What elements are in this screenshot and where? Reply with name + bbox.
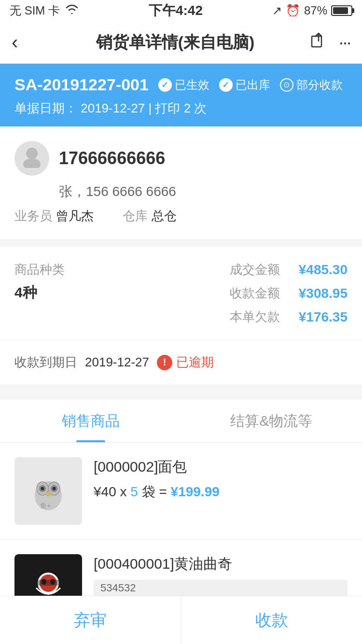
tab-sales-products[interactable]: 销售商品 xyxy=(0,400,181,442)
carrier-text: 无 SIM 卡 xyxy=(10,3,60,18)
battery-icon xyxy=(331,5,352,16)
summary-right: 成交金额 ¥485.30 收款金额 ¥308.95 本单欠款 ¥176.35 xyxy=(230,261,348,325)
status-indicators: ↗ ⏰ 87% xyxy=(272,4,352,17)
product-info-1: [0000002]面包 ¥40 x 5 袋 = ¥199.99 xyxy=(94,457,348,525)
share-icon[interactable] xyxy=(310,31,327,53)
status-effective: ✓ 已生效 xyxy=(158,77,209,93)
status-partial: ⊙ 部分收款 xyxy=(280,77,343,93)
overdue-badge: ! 已逾期 xyxy=(157,354,214,371)
svg-point-8 xyxy=(41,487,44,490)
warehouse: 仓库 总仓 xyxy=(123,208,177,224)
sales-rep: 业务员 曾凡杰 xyxy=(14,208,94,224)
customer-meta: 业务员 曾凡杰 仓库 总仓 xyxy=(14,208,348,224)
svg-point-2 xyxy=(23,158,41,168)
more-icon[interactable]: ··· xyxy=(339,32,350,53)
divider-2 xyxy=(0,384,362,392)
due-date-section: 收款到期日 2019-12-27 ! 已逾期 xyxy=(0,340,362,384)
nav-actions: ··· xyxy=(310,31,350,53)
overdue-icon: ! xyxy=(157,355,172,370)
wifi-icon xyxy=(65,4,79,17)
back-button[interactable]: ‹ xyxy=(12,31,41,53)
status-time: 下午4:42 xyxy=(149,1,203,20)
nav-bar: ‹ 销货单详情(来自电脑) ··· xyxy=(0,21,362,64)
alarm-icon: ⏰ xyxy=(286,4,300,17)
tabs-header: 销售商品 结算&物流等 xyxy=(0,400,362,443)
deal-amount-row: 成交金额 ¥485.30 xyxy=(230,261,348,278)
product-tag-2: 534532 xyxy=(94,580,348,596)
product-image-1: 鱼+ xyxy=(14,457,82,525)
product-price-1: ¥40 x 5 袋 = ¥199.99 xyxy=(94,483,348,501)
collected-amount-row: 收款金额 ¥308.95 xyxy=(230,285,348,302)
avatar-icon xyxy=(20,144,44,173)
svg-point-9 xyxy=(53,487,56,490)
overdue-text: 已逾期 xyxy=(176,354,214,371)
customer-section: 17666666666 张，156 6666 6666 业务员 曾凡杰 仓库 总… xyxy=(0,126,362,239)
abandon-review-button[interactable]: 弃审 xyxy=(0,596,181,644)
summary-left: 商品种类 4种 xyxy=(14,261,65,303)
tab-settlement[interactable]: 结算&物流等 xyxy=(181,400,362,442)
svg-point-10 xyxy=(45,492,51,496)
list-item: 鱼+ [0000002]面包 ¥40 x 5 袋 = ¥199.99 xyxy=(0,443,362,540)
location-icon: ↗ xyxy=(272,4,282,17)
status-carrier: 无 SIM 卡 xyxy=(10,3,79,18)
owed-amount-row: 本单欠款 ¥176.35 xyxy=(230,308,348,325)
svg-rect-0 xyxy=(312,36,321,47)
svg-text:鱼+: 鱼+ xyxy=(40,502,51,509)
order-id: SA-20191227-001 xyxy=(14,75,149,94)
order-date-row: 单据日期： 2019-12-27 | 打印 2 次 xyxy=(14,100,348,117)
battery-text: 87% xyxy=(304,4,327,17)
status-shipped: ✓ 已出库 xyxy=(219,77,270,93)
customer-avatar xyxy=(14,141,49,176)
order-banner: SA-20191227-001 ✓ 已生效 ✓ 已出库 ⊙ 部分收款 单据日期：… xyxy=(0,64,362,126)
summary-section: 商品种类 4种 成交金额 ¥485.30 收款金额 ¥308.95 本单欠款 ¥… xyxy=(0,247,362,340)
customer-name: 张，156 6666 6666 xyxy=(14,182,348,201)
divider-1 xyxy=(0,239,362,247)
svg-point-1 xyxy=(26,148,38,159)
product-name-2: [000400001]黄油曲奇 xyxy=(94,554,348,574)
customer-id: 17666666666 xyxy=(59,148,165,168)
nav-title: 销货单详情(来自电脑) xyxy=(96,31,255,54)
collect-payment-button[interactable]: 收款 xyxy=(181,596,362,644)
status-bar: 无 SIM 卡 下午4:42 ↗ ⏰ 87% xyxy=(0,0,362,21)
product-name-1: [0000002]面包 xyxy=(94,457,348,477)
bottom-bar: 弃审 收款 xyxy=(0,596,362,644)
svg-rect-17 xyxy=(36,580,60,586)
